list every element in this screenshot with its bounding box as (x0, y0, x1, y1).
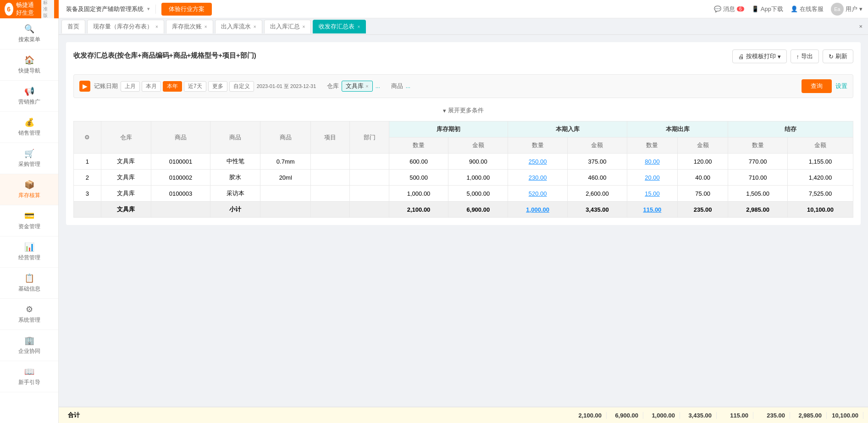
tab-inout-flow-label: 出入库流水 (221, 22, 251, 31)
row-opening-qty: 600.00 (389, 154, 448, 170)
row-in-qty[interactable]: 1,000.00 (508, 202, 568, 218)
row-out-qty[interactable]: 115.00 (627, 202, 677, 218)
app-container: 6 畅捷通好生意 标准版 装备及固定资产辅助管理系统 ▾ 体验行业方案 💬 消息… (0, 0, 868, 423)
page-card: 收发存汇总表(按仓库+商品编码+商品+规格型号+项目+部门) 🖨 按模板打印 ▾… (66, 42, 861, 225)
header-divider (155, 5, 156, 14)
sidebar-item-system[interactable]: ⚙ 系统管理 (0, 299, 58, 330)
date-btn-this-month[interactable]: 本月 (142, 81, 161, 92)
footer-label: 合计 (63, 411, 256, 419)
footer-in-amt: 3,435.00 (680, 412, 717, 419)
row-department (350, 170, 389, 186)
table-settings-icon[interactable] (84, 134, 90, 141)
page-content: 收发存汇总表(按仓库+商品编码+商品+规格型号+项目+部门) 🖨 按模板打印 ▾… (59, 35, 868, 407)
col-in-amt-header: 金额 (568, 137, 627, 154)
row-balance-qty: 1,505.00 (728, 186, 788, 202)
col-in-header: 本期入库 (508, 121, 627, 137)
messages-item[interactable]: 💬 消息 6 (714, 5, 744, 13)
footer-opening-amt: 6,900.00 (607, 412, 643, 419)
filter-settings-link[interactable]: 设置 (835, 82, 847, 90)
row-warehouse: 文具库 (101, 170, 151, 186)
purchase-icon: 🛒 (24, 148, 34, 159)
try-industry-button[interactable]: 体验行业方案 (161, 3, 212, 16)
expand-more-button[interactable]: ▾ 展开更多条件 (443, 106, 484, 115)
warehouse-more-btn[interactable]: ... (376, 83, 380, 89)
tab-receive-send-summary[interactable]: 收发存汇总表 × (313, 20, 366, 33)
export-button[interactable]: ↑ 导出 (791, 49, 819, 63)
sidebar: 🔍 搜索菜单 🏠 快捷导航 📢 营销推广 💰 销售管理 🛒 采购管理 📦 (0, 18, 59, 423)
sidebar-item-search[interactable]: 🔍 搜索菜单 (0, 18, 58, 49)
row-in-amt: 2,600.00 (568, 186, 627, 202)
search-button[interactable]: 查询 (802, 79, 832, 93)
date-btn-custom[interactable]: 自定义 (229, 81, 254, 92)
row-out-amt: 40.00 (678, 170, 728, 186)
row-opening-amt: 6,900.00 (448, 202, 508, 218)
date-range-display: 2023-01-01 至 2023-12-31 (257, 83, 316, 90)
row-out-qty[interactable]: 20.00 (627, 170, 677, 186)
user-item[interactable]: Ea 用户 ▾ (831, 3, 862, 16)
row-in-qty[interactable]: 250.00 (508, 154, 568, 170)
tab-bar-close-all[interactable]: × (855, 21, 866, 32)
row-balance-amt: 1,420.00 (787, 170, 853, 186)
tab-inout-flow-close[interactable]: × (254, 24, 256, 29)
row-out-qty[interactable]: 80.00 (627, 154, 677, 170)
date-btn-this-year[interactable]: 本年 (163, 81, 182, 92)
tab-stock-distribution[interactable]: 现存量（库存分布表） × (87, 20, 164, 33)
date-btn-7days[interactable]: 近7天 (184, 81, 206, 92)
row-project (311, 186, 350, 202)
row-in-qty[interactable]: 520.00 (508, 186, 568, 202)
col-product-spec-header: 商品 (260, 121, 311, 154)
sidebar-item-marketing[interactable]: 📢 营销推广 (0, 81, 58, 112)
inventory-icon: 📦 (24, 180, 34, 190)
col-balance-header: 结存 (728, 121, 853, 137)
system-icon: ⚙ (26, 304, 33, 314)
row-project (311, 202, 350, 218)
tab-inout-summary[interactable]: 出入库汇总 × (264, 20, 311, 33)
system-dropdown-icon[interactable]: ▾ (147, 6, 150, 12)
tab-batch-account-label: 库存批次账 (172, 22, 202, 31)
row-project (311, 170, 350, 186)
filter-section: 记账日期 上月 本月 本年 近7天 更多 自定义 (94, 81, 798, 92)
tab-home[interactable]: 首页 (61, 20, 85, 33)
sidebar-item-inventory[interactable]: 📦 库存核算 (0, 174, 58, 205)
row-product-name: 采访本 (210, 186, 260, 202)
top-header: 6 畅捷通好生意 标准版 装备及固定资产辅助管理系统 ▾ 体验行业方案 💬 消息… (0, 0, 868, 18)
sidebar-item-operations[interactable]: 📊 经营管理 (0, 236, 58, 268)
sidebar-item-enterprise[interactable]: 🏢 企业协同 (0, 330, 58, 361)
main-wrapper: 收发存汇总表(按仓库+商品编码+商品+规格型号+项目+部门) 🖨 按模板打印 ▾… (59, 35, 868, 423)
refresh-button[interactable]: ↻ 刷新 (823, 49, 853, 63)
online-service-item[interactable]: 👤 在线客服 (791, 5, 824, 13)
row-product-code: 0100002 (151, 170, 210, 186)
tab-inout-summary-close[interactable]: × (303, 24, 305, 29)
tab-stock-distribution-close[interactable]: × (155, 24, 158, 29)
sidebar-item-quick-nav[interactable]: 🏠 快捷导航 (0, 49, 58, 81)
date-btn-more[interactable]: 更多 (208, 81, 227, 92)
sales-icon: 💰 (24, 117, 34, 127)
home-icon: 🏠 (24, 55, 34, 65)
product-more-btn[interactable]: ... (406, 83, 410, 89)
print-template-button[interactable]: 🖨 按模板打印 ▾ (732, 49, 787, 63)
table-row: 文具库 小计 2,100.00 6,900.00 1,000.00 3,435.… (74, 202, 853, 218)
tab-batch-account-close[interactable]: × (205, 24, 207, 29)
col-opening-header: 库存期初 (389, 121, 508, 137)
data-table: 仓库 商品 商品 商品 项目 部门 库存期初 本期入库 本期出库 (73, 121, 853, 218)
date-btn-last-month[interactable]: 上月 (121, 81, 140, 92)
row-in-qty[interactable]: 230.00 (508, 170, 568, 186)
warehouse-tag-close[interactable]: × (365, 83, 368, 89)
row-project (311, 154, 350, 170)
logo-area: 6 畅捷通好生意 标准版 (0, 0, 59, 18)
tab-inout-flow[interactable]: 出入库流水 × (215, 20, 262, 33)
row-out-qty[interactable]: 15.00 (627, 186, 677, 202)
sidebar-item-finance[interactable]: 💳 资金管理 (0, 205, 58, 236)
sidebar-item-purchase[interactable]: 🛒 采购管理 (0, 143, 58, 174)
sidebar-item-beginner[interactable]: 📖 新手引导 (0, 361, 58, 392)
row-balance-qty: 770.00 (728, 154, 788, 170)
beginner-icon: 📖 (24, 367, 34, 377)
footer-out-qty: 115.00 (717, 412, 753, 419)
row-product-code: 0100001 (151, 154, 210, 170)
app-download-item[interactable]: 📱 App下载 (752, 5, 783, 13)
tab-receive-send-close[interactable]: × (357, 24, 360, 29)
sidebar-item-sales[interactable]: 💰 销售管理 (0, 112, 58, 143)
filter-expand-button[interactable]: ▶ (79, 81, 90, 92)
sidebar-item-basic-info[interactable]: 📋 基础信息 (0, 268, 58, 299)
tab-batch-account[interactable]: 库存批次账 × (166, 20, 213, 33)
